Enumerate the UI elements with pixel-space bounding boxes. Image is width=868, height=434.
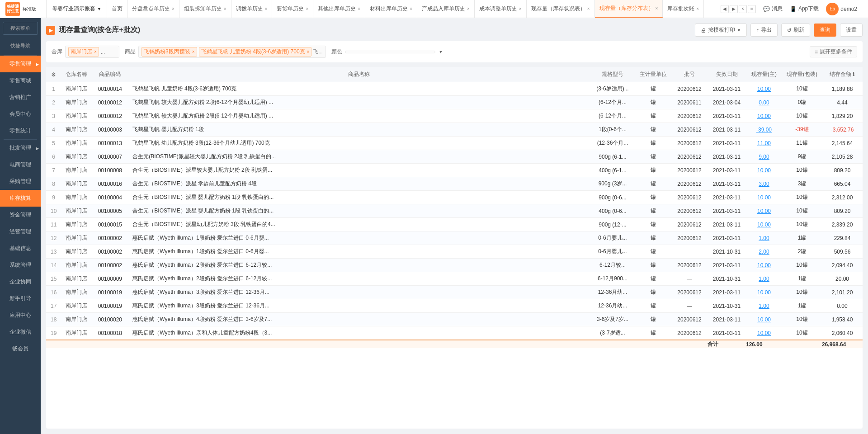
goods-tag-2[interactable]: 飞鹤星飞帆 儿童奶粉 4段(3-6岁适用) 700克 × [199,47,312,57]
tab-stock-status[interactable]: 现存量（库存状况表） × [527,0,595,18]
row-qty1[interactable]: 10.00 [746,164,782,177]
tab-inventory-check-history[interactable]: 分盘盘点单历史 × [127,0,179,18]
tab-next-button[interactable]: ▶ [730,5,738,13]
sidebar-item-label: 经营管理 [9,228,31,235]
sidebar-item-enterprise[interactable]: 企业协同 [0,274,41,290]
sidebar-item-wechat[interactable]: 企业微信 [0,324,41,340]
sidebar-item-vip[interactable]: 畅会员 [0,340,41,357]
close-icon[interactable]: × [587,6,590,11]
close-icon[interactable]: × [306,6,308,11]
row-qty1[interactable]: 1.00 [746,272,782,286]
settings-button[interactable]: 设置 [840,24,863,37]
color-dropdown-icon[interactable]: ▼ [439,50,443,54]
goods-more[interactable]: 飞... [313,48,322,55]
close-icon[interactable]: × [519,6,522,11]
row-qty1[interactable]: 10.00 [746,109,782,123]
tab-material-out-history[interactable]: 材料出库单历史 × [365,0,417,18]
remove-warehouse-tag-button[interactable]: × [94,49,97,54]
tab-stock-distribution[interactable]: 现存量（库存分布表） × [595,0,663,18]
close-icon[interactable]: × [358,6,360,11]
row-qty1[interactable]: 1.00 [746,299,782,313]
app-download-button[interactable]: 📱 App下载 [790,5,819,13]
warehouse-tag-group[interactable]: 南岸门店 × ... [65,46,119,58]
row-qty1[interactable]: 10.00 [746,286,782,299]
close-icon[interactable]: × [467,6,470,11]
sidebar-item-finance[interactable]: 资金管理 [0,207,41,223]
sidebar-item-system[interactable]: 系统管理 [0,257,41,274]
row-qty1[interactable]: 1.00 [746,231,782,245]
sidebar-item-marketing[interactable]: 营销推广 [0,89,41,106]
goods-tag-1[interactable]: 飞鹤奶粉3段丙摆装 × [142,47,197,57]
row-qty1[interactable]: 10.00 [746,204,782,218]
sidebar-item-retail-stats[interactable]: 零售统计 [0,123,41,139]
print-template-button[interactable]: 🖨 按模板打印 ▼ [695,24,747,37]
industry-dropdown-icon[interactable]: ▼ [97,7,101,11]
quick-nav-button[interactable]: 快捷导航 [3,40,38,52]
row-qty1[interactable]: 3.00 [746,177,782,191]
row-qty1[interactable]: 10.00 [746,313,782,326]
row-batch: 20200612 [671,326,708,340]
collapse-sidebar-button[interactable]: ▶ [46,26,55,35]
sidebar-item-operations[interactable]: 经营管理 [0,223,41,240]
color-tag-group[interactable] [345,51,435,53]
sidebar-item-retail-mall[interactable]: 零售商城 [0,72,41,89]
close-icon[interactable]: × [224,6,226,11]
user-profile[interactable]: Ea demo2 [826,3,857,15]
sidebar-item-wholesale[interactable]: 批发管理 ▶ [0,140,41,156]
close-icon[interactable]: × [696,6,699,11]
sidebar-item-members[interactable]: 会员中心 [0,106,41,123]
export-button[interactable]: ↑ 导出 [750,24,778,37]
sidebar-item-guide[interactable]: 新手引导 [0,290,41,307]
row-qty1[interactable]: 10.00 [746,218,782,231]
sidebar-search-area: 搜索菜单 [0,18,41,38]
row-qty1[interactable]: 10.00 [746,326,782,340]
row-qty1[interactable]: 11.00 [746,137,782,150]
sidebar-item-retail[interactable]: 零售管理 ▶ [0,56,41,72]
remove-goods-tag-2-button[interactable]: × [307,49,310,54]
refresh-button[interactable]: ↺ 刷新 [781,24,810,37]
sidebar-item-purchase[interactable]: 采购管理 [0,173,41,190]
export-label: 导出 [761,26,772,34]
tab-stock-batch[interactable]: 库存批次账 × [663,0,704,18]
tab-close-button[interactable]: × [739,5,747,13]
sidebar-item-inventory[interactable]: 库存核算 [0,190,41,207]
warehouse-tag[interactable]: 南岸门店 × [68,47,99,57]
tab-prev-button[interactable]: ◀ [721,5,729,13]
tab-order-history[interactable]: 要货单历史 × [272,0,313,18]
settings-column-icon[interactable]: ⚙ [51,71,56,78]
tab-assembly-history[interactable]: 组装拆卸单历史 × [179,0,231,18]
close-icon[interactable]: × [656,6,658,11]
query-button[interactable]: 查询 [814,24,836,37]
row-qty1[interactable]: -39.00 [746,123,782,137]
app-icon: 📱 [790,6,797,12]
table-scroll[interactable]: ⚙ 仓库名称 商品编码 商品名称 规格型号 主计量单位 批号 失效日期 现存量(… [46,67,863,429]
tab-cost-adjust-history[interactable]: 成本调整单历史 × [475,0,527,18]
sidebar-item-app-center[interactable]: 应用中心 [0,307,41,324]
close-icon[interactable]: × [410,6,412,11]
row-qty2: 10罐 [782,259,822,272]
search-menu-button[interactable]: 搜索菜单 [3,22,38,35]
row-qty1[interactable]: 2.00 [746,245,782,259]
expand-filters-button[interactable]: ≡ 展开更多条件 [810,46,857,57]
close-icon[interactable]: × [265,6,268,11]
row-qty1[interactable]: 0.00 [746,96,782,109]
warehouse-more[interactable]: ... [101,49,105,55]
row-qty1[interactable]: 10.00 [746,259,782,272]
tab-transfer-history[interactable]: 调拨单历史 × [231,0,273,18]
messages-button[interactable]: 💬 消息 [763,5,783,13]
col-settings[interactable]: ⚙ [46,67,61,82]
row-name: 飞鹤星飞帆 较大婴儿配方奶粉 2段(6-12个月婴幼儿适用) ... [128,109,590,123]
sidebar-item-basics[interactable]: 基础信息 [0,240,41,257]
tab-menu-button[interactable]: ≡ [748,5,756,13]
industry-selector[interactable]: 母婴行业演示账套 ▼ [46,0,107,18]
remove-goods-tag-1-button[interactable]: × [192,49,195,54]
row-qty1[interactable]: 9.00 [746,150,782,164]
goods-tag-group[interactable]: 飞鹤奶粉3段丙摆装 × 飞鹤星飞帆 儿童奶粉 4段(3-6岁适用) 700克 ×… [138,46,326,58]
close-icon[interactable]: × [172,6,175,11]
row-qty1[interactable]: 10.00 [746,191,782,204]
tab-home[interactable]: 首页 [107,0,127,18]
row-qty1[interactable]: 10.00 [746,82,782,96]
sidebar-item-ecommerce[interactable]: 电商管理 [0,156,41,173]
tab-product-in-history[interactable]: 产成品入库单历史 × [417,0,475,18]
tab-other-out-history[interactable]: 其他出库单历史 × [313,0,365,18]
